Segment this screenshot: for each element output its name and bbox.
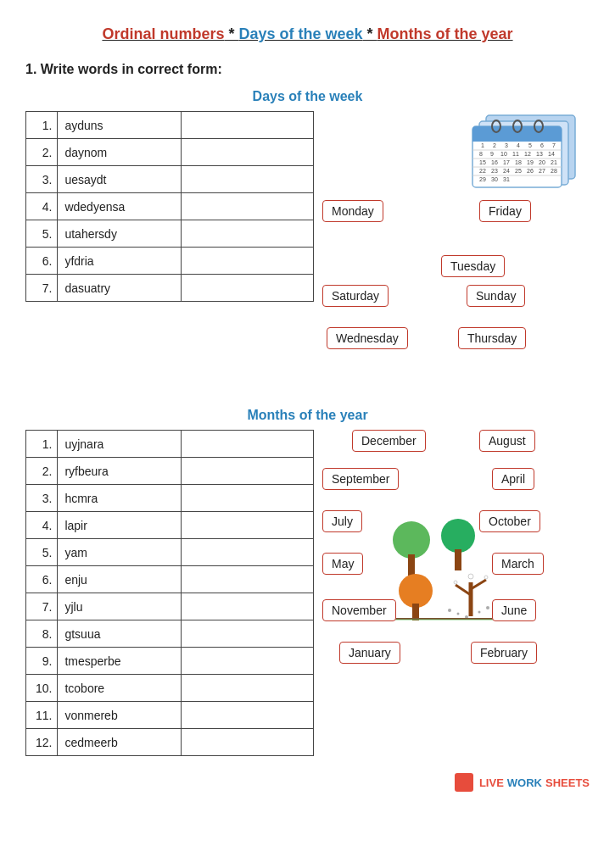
row-num: 2.: [26, 139, 58, 166]
svg-text:18: 18: [515, 159, 522, 165]
row-answer[interactable]: [182, 458, 314, 485]
row-word: daynom: [58, 139, 182, 166]
svg-text:21: 21: [551, 159, 557, 165]
row-num: 7.: [26, 275, 58, 302]
months-word-tag: September: [322, 468, 399, 490]
days-word-tag: Wednesday: [327, 327, 408, 349]
days-word-tag: Tuesday: [441, 255, 505, 277]
months-table-row: 2. ryfbeura: [26, 458, 314, 485]
months-wordbox-area: DecemberAugustSeptemberAprilJulyOctoberM…: [322, 430, 590, 752]
row-answer[interactable]: [182, 593, 314, 620]
svg-text:26: 26: [527, 168, 534, 174]
svg-text:10: 10: [500, 151, 507, 157]
svg-text:23: 23: [491, 168, 498, 174]
row-num: 8.: [26, 620, 58, 648]
svg-text:20: 20: [539, 159, 545, 165]
days-section: 1. ayduns 2. daynom 3. uesaydt 4. wdedye…: [25, 111, 590, 391]
row-answer[interactable]: [182, 729, 314, 756]
days-table-row: 7. dasuatry: [26, 275, 314, 302]
months-table-row: 8. gtsuua: [26, 620, 314, 648]
svg-rect-61: [386, 619, 505, 620]
months-table-row: 1. uyjnara: [26, 431, 314, 458]
row-word: tmesperbe: [58, 648, 182, 675]
row-num: 2.: [26, 458, 58, 485]
svg-text:2: 2: [493, 142, 496, 148]
row-num: 5.: [26, 220, 58, 248]
svg-text:13: 13: [536, 151, 543, 157]
svg-text:15: 15: [479, 159, 486, 165]
row-word: yam: [58, 539, 182, 566]
days-word-boxes: MondayFridayTuesdaySaturdaySundayWednesd…: [322, 196, 585, 391]
row-num: 11.: [26, 702, 58, 729]
months-table-row: 11. vonmereb: [26, 702, 314, 729]
row-num: 3.: [26, 485, 58, 512]
row-answer[interactable]: [182, 648, 314, 675]
months-word-tag: February: [471, 642, 537, 664]
months-table-row: 5. yam: [26, 539, 314, 566]
lw-badge: LIVEWORKSHEETS: [455, 773, 590, 792]
row-num: 6.: [26, 248, 58, 275]
months-word-tag: June: [492, 599, 536, 621]
row-answer[interactable]: [182, 193, 314, 220]
svg-text:1: 1: [481, 142, 484, 148]
row-answer[interactable]: [182, 620, 314, 648]
svg-point-45: [441, 519, 475, 553]
days-table-area: 1. ayduns 2. daynom 3. uesaydt 4. wdedye…: [25, 111, 314, 302]
row-answer[interactable]: [182, 512, 314, 539]
row-answer[interactable]: [182, 220, 314, 248]
months-section: 1. uyjnara 2. ryfbeura 3. hcmra 4. lapir…: [25, 430, 590, 756]
liveworksheets-footer: LIVEWORKSHEETS: [25, 773, 590, 794]
row-word: vonmereb: [58, 702, 182, 729]
row-answer[interactable]: [182, 702, 314, 729]
row-word: enju: [58, 566, 182, 593]
row-num: 4.: [26, 512, 58, 539]
row-answer[interactable]: [182, 566, 314, 593]
title-sep1: *: [224, 25, 238, 42]
svg-text:24: 24: [503, 168, 510, 174]
months-word-tag: April: [492, 468, 534, 490]
row-answer[interactable]: [182, 539, 314, 566]
page-title: Ordinal numbers * Days of the week * Mon…: [25, 25, 590, 43]
svg-text:25: 25: [515, 168, 522, 174]
svg-line-50: [456, 585, 471, 595]
months-word-tag: July: [322, 510, 362, 532]
row-answer[interactable]: [182, 139, 314, 166]
row-answer[interactable]: [182, 675, 314, 702]
row-answer[interactable]: [182, 275, 314, 302]
days-table-row: 4. wdedyensa: [26, 193, 314, 220]
months-table-row: 7. yjlu: [26, 593, 314, 620]
svg-text:8: 8: [479, 151, 483, 157]
row-word: utahersdy: [58, 220, 182, 248]
row-num: 12.: [26, 729, 58, 756]
row-num: 1.: [26, 431, 58, 458]
row-word: uyjnara: [58, 431, 182, 458]
months-word-tag: August: [479, 430, 535, 452]
title-sep2: *: [363, 25, 377, 42]
svg-point-52: [468, 574, 473, 579]
row-answer[interactable]: [182, 166, 314, 193]
svg-point-53: [454, 581, 457, 584]
row-answer[interactable]: [182, 485, 314, 512]
row-word: lapir: [58, 512, 182, 539]
svg-text:16: 16: [491, 159, 498, 165]
row-answer[interactable]: [182, 248, 314, 275]
months-word-boxes: DecemberAugustSeptemberAprilJulyOctoberM…: [322, 430, 585, 752]
row-word: yfdria: [58, 248, 182, 275]
months-table-row: 6. enju: [26, 566, 314, 593]
row-answer[interactable]: [182, 112, 314, 139]
svg-text:28: 28: [551, 168, 557, 174]
row-word: cedmeerb: [58, 729, 182, 756]
svg-text:14: 14: [548, 151, 555, 157]
days-table-row: 3. uesaydt: [26, 166, 314, 193]
days-section-label: Days of the week: [25, 89, 590, 104]
svg-point-59: [486, 606, 489, 609]
months-table-row: 4. lapir: [26, 512, 314, 539]
calendar-container: 1 2 3 4 5 6 7 8 9 10 11 12 13 14 15 16 1…: [322, 111, 590, 192]
days-word-tag: Monday: [322, 200, 383, 222]
row-word: gtsuua: [58, 620, 182, 648]
row-answer[interactable]: [182, 431, 314, 458]
title-days: Days of the week: [238, 25, 362, 42]
months-word-tag: December: [352, 430, 426, 452]
months-table: 1. uyjnara 2. ryfbeura 3. hcmra 4. lapir…: [25, 430, 314, 756]
months-word-tag: October: [479, 510, 540, 532]
